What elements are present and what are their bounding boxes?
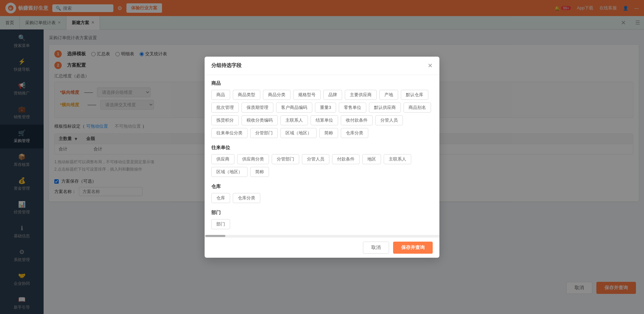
field-tag-goods-alias[interactable]: 商品别名 bbox=[404, 103, 431, 113]
field-tag-supplier[interactable]: 供应商 bbox=[211, 154, 234, 164]
field-tag-batch-mgmt[interactable]: 批次管理 bbox=[211, 103, 239, 113]
modal: 分组待选字段 ✕ 商品 商品 商品类型 商品分类 规格型号 品牌 主要供应商 产… bbox=[205, 57, 439, 258]
warehouse-tags: 仓库 仓库分类 bbox=[211, 193, 433, 203]
field-tag-main-supplier[interactable]: 主要供应商 bbox=[345, 90, 377, 100]
field-tag-warehouse-category[interactable]: 仓库分类 bbox=[341, 128, 368, 138]
modal-title: 分组待选字段 bbox=[211, 62, 241, 69]
hscroll-thumb bbox=[205, 235, 225, 237]
modal-footer: 取消 保存并查询 bbox=[205, 237, 439, 258]
field-tag-managed-person2[interactable]: 分管人员 bbox=[302, 154, 329, 164]
field-tag-brand[interactable]: 品牌 bbox=[323, 90, 342, 100]
modal-header: 分组待选字段 ✕ bbox=[205, 57, 439, 75]
field-tag-supplier-category[interactable]: 供应商分类 bbox=[237, 154, 269, 164]
field-tag-managed-dept2[interactable]: 分管部门 bbox=[272, 154, 299, 164]
field-tag-expiry-mgmt[interactable]: 保质期管理 bbox=[241, 103, 273, 113]
modal-body: 商品 商品 商品类型 商品分类 规格型号 品牌 主要供应商 产地 默认仓库 批次… bbox=[205, 75, 439, 235]
modal-close-icon[interactable]: ✕ bbox=[428, 62, 433, 69]
field-tag-partner-category[interactable]: 往来单位分类 bbox=[211, 128, 248, 138]
field-tag-settlement-unit[interactable]: 结算单位 bbox=[311, 115, 338, 125]
section-dept: 部门 部门 bbox=[211, 210, 433, 229]
section-dept-title: 部门 bbox=[211, 210, 433, 216]
field-tag-region[interactable]: 区域（地区） bbox=[280, 128, 317, 138]
field-tag-goods-category[interactable]: 商品分类 bbox=[263, 90, 290, 100]
partners-tags: 供应商 供应商分类 分管部门 分管人员 付款条件 地区 主联系人 区域（地区） … bbox=[211, 154, 433, 177]
field-tag-pick-points[interactable]: 拣货积分 bbox=[211, 115, 239, 125]
modal-confirm-button[interactable]: 保存并查询 bbox=[393, 242, 433, 254]
section-goods-title: 商品 bbox=[211, 80, 433, 86]
field-tag-main-contact2[interactable]: 主联系人 bbox=[384, 154, 411, 164]
modal-hscroll[interactable] bbox=[205, 235, 439, 237]
field-tag-region2[interactable]: 区域（地区） bbox=[211, 167, 248, 177]
field-tag-default-warehouse[interactable]: 默认仓库 bbox=[401, 90, 428, 100]
field-tag-spec-model[interactable]: 规格型号 bbox=[293, 90, 321, 100]
field-tag-payment-terms[interactable]: 收付款条件 bbox=[341, 115, 373, 125]
section-warehouse: 仓库 仓库 仓库分类 bbox=[211, 184, 433, 203]
field-tag-weight[interactable]: 重量3 bbox=[315, 103, 336, 113]
field-tag-retail-unit[interactable]: 零售单位 bbox=[339, 103, 366, 113]
field-tag-warehouse[interactable]: 仓库 bbox=[211, 193, 230, 203]
field-tag-dept-manager[interactable]: 分管人员 bbox=[375, 115, 403, 125]
dept-tags: 部门 bbox=[211, 219, 433, 229]
field-tag-managed-dept[interactable]: 分管部门 bbox=[250, 128, 278, 138]
modal-overlay[interactable]: 分组待选字段 ✕ 商品 商品 商品类型 商品分类 规格型号 品牌 主要供应商 产… bbox=[0, 0, 644, 314]
field-tag-warehouse-cat[interactable]: 仓库分类 bbox=[233, 193, 260, 203]
section-warehouse-title: 仓库 bbox=[211, 184, 433, 190]
field-tag-dept[interactable]: 部门 bbox=[211, 219, 230, 229]
field-tag-goods[interactable]: 商品 bbox=[211, 90, 230, 100]
field-tag-origin[interactable]: 产地 bbox=[379, 90, 398, 100]
field-tag-abbr[interactable]: 简称 bbox=[319, 128, 338, 138]
section-goods: 商品 商品 商品类型 商品分类 规格型号 品牌 主要供应商 产地 默认仓库 批次… bbox=[211, 80, 433, 138]
section-partners-title: 往来单位 bbox=[211, 145, 433, 151]
field-tag-goods-type[interactable]: 商品类型 bbox=[233, 90, 260, 100]
section-partners: 往来单位 供应商 供应商分类 分管部门 分管人员 付款条件 地区 主联系人 区域… bbox=[211, 145, 433, 177]
field-tag-area[interactable]: 地区 bbox=[362, 154, 381, 164]
field-tag-main-contact[interactable]: 主联系人 bbox=[280, 115, 308, 125]
goods-tags: 商品 商品类型 商品分类 规格型号 品牌 主要供应商 产地 默认仓库 批次管理 … bbox=[211, 90, 433, 138]
field-tag-payment-cond[interactable]: 付款条件 bbox=[332, 154, 360, 164]
modal-cancel-button[interactable]: 取消 bbox=[363, 242, 389, 254]
field-tag-customer-code[interactable]: 客户商品编码 bbox=[276, 103, 312, 113]
field-tag-tax-code[interactable]: 税收分类编码 bbox=[241, 115, 278, 125]
field-tag-abbr2[interactable]: 简称 bbox=[250, 167, 269, 177]
field-tag-default-supplier[interactable]: 默认供应商 bbox=[369, 103, 401, 113]
